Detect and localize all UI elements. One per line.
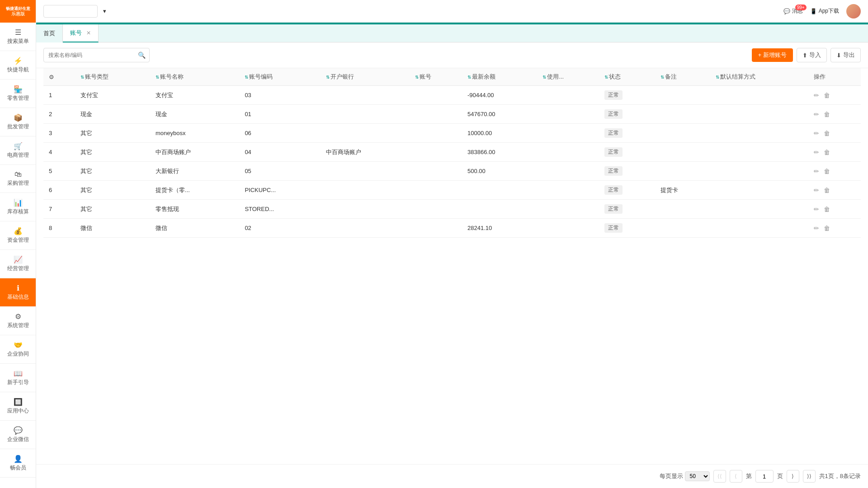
row-account-name: 现金 — [150, 105, 239, 124]
sort-icon-account: ⇅ — [415, 75, 419, 80]
sidebar-item-member[interactable]: 👤畅会员 — [0, 449, 36, 478]
sidebar-label-system-mgmt: 系统管理 — [7, 322, 29, 329]
sidebar-item-inventory-calc[interactable]: 📊库存核算 — [0, 193, 36, 221]
row-account-type: 其它 — [75, 200, 150, 219]
sort-icon-usage: ⇅ — [542, 75, 546, 80]
delete-icon[interactable]: 🗑 — [824, 111, 830, 118]
sidebar-item-quick-nav[interactable]: ⚡快捷导航 — [0, 51, 36, 80]
row-bank — [321, 162, 410, 181]
tab-account[interactable]: 账号✕ — [63, 24, 99, 42]
edit-icon[interactable]: ✏ — [814, 130, 819, 137]
row-usage — [537, 200, 599, 219]
delete-icon[interactable]: 🗑 — [824, 225, 830, 232]
sidebar-item-capital-mgmt[interactable]: 💰资金管理 — [0, 221, 36, 250]
row-account — [410, 181, 462, 200]
status-badge: 正常 — [604, 223, 623, 233]
status-badge: 正常 — [604, 90, 623, 100]
row-default-settlement — [710, 181, 808, 200]
tab-label-account: 账号 — [70, 29, 82, 37]
row-usage — [537, 124, 599, 143]
col-status[interactable]: ⇅状态 — [599, 68, 655, 86]
col-label-balance: 最新余额 — [472, 73, 495, 80]
app-download-button[interactable]: 📱 App下载 — [810, 7, 839, 15]
col-usage[interactable]: ⇅使用... — [537, 68, 599, 86]
row-status: 正常 — [599, 200, 655, 219]
row-no: 1 — [43, 86, 75, 105]
export-button[interactable]: ⬇ 导出 — [830, 48, 861, 62]
row-usage — [537, 219, 599, 238]
user-avatar[interactable] — [846, 4, 861, 19]
sidebar-item-enterprise-agreement[interactable]: 🤝企业协同 — [0, 335, 36, 364]
edit-icon[interactable]: ✏ — [814, 92, 819, 99]
delete-icon[interactable]: 🗑 — [824, 206, 830, 213]
topbar-dropdown[interactable]: ▾ — [103, 8, 106, 14]
tab-home[interactable]: 首页 — [36, 24, 63, 42]
action-icons: ✏ 🗑 — [814, 130, 855, 137]
prev-page-button[interactable]: ⟨ — [730, 470, 742, 483]
edit-icon[interactable]: ✏ — [814, 187, 819, 194]
message-badge: 99+ — [795, 5, 807, 10]
per-page-select[interactable]: 50 100 200 — [685, 471, 710, 481]
col-bank[interactable]: ⇅开户银行 — [321, 68, 410, 86]
action-icons: ✏ 🗑 — [814, 111, 855, 118]
search-input[interactable] — [44, 52, 134, 58]
delete-icon[interactable]: 🗑 — [824, 149, 830, 156]
tab-close-account[interactable]: ✕ — [86, 30, 91, 36]
table-body: 1支付宝支付宝03-90444.00正常 ✏ 🗑 2现金现金01547670.0… — [43, 86, 861, 238]
delete-icon[interactable]: 🗑 — [824, 187, 830, 194]
row-default-settlement — [710, 219, 808, 238]
col-balance[interactable]: ⇅最新余额 — [462, 68, 537, 86]
row-actions: ✏ 🗑 — [808, 162, 861, 181]
sidebar-item-search-menu[interactable]: ☰搜索菜单 — [0, 23, 36, 51]
sidebar-icon-basic-info: ℹ — [17, 284, 19, 292]
table-row: 4其它中百商场账户04中百商场账户383866.00正常 ✏ 🗑 — [43, 143, 861, 162]
import-icon: ⬆ — [802, 52, 807, 59]
col-account_code[interactable]: ⇅账号编码 — [239, 68, 320, 86]
row-account-code: STORED... — [239, 200, 320, 219]
sort-icon-account_name: ⇅ — [156, 75, 159, 80]
search-button[interactable]: 🔍 — [134, 52, 149, 59]
edit-icon[interactable]: ✏ — [814, 168, 819, 175]
edit-icon[interactable]: ✏ — [814, 111, 819, 118]
sidebar-item-operations-mgmt[interactable]: 📈经营管理 — [0, 250, 36, 278]
sidebar-item-purchase-mgmt[interactable]: 🛍采购管理 — [0, 165, 36, 193]
col-account[interactable]: ⇅账号 — [410, 68, 462, 86]
sidebar-item-ecommerce-mgmt[interactable]: 🛒电商管理 — [0, 136, 36, 165]
row-remark — [655, 105, 710, 124]
col-action: 操作 — [808, 68, 861, 86]
message-button[interactable]: 💬 消息 99+ — [783, 7, 803, 15]
col-account_type[interactable]: ⇅账号类型 — [75, 68, 150, 86]
delete-icon[interactable]: 🗑 — [824, 92, 830, 99]
sidebar-item-system-mgmt[interactable]: ⚙系统管理 — [0, 307, 36, 335]
edit-icon[interactable]: ✏ — [814, 149, 819, 156]
edit-icon[interactable]: ✏ — [814, 225, 819, 232]
pagination: 每页显示 50 100 200 ⟨⟨ ⟨ 第 页 ⟩ ⟩⟩ 共1页，8条记录 — [36, 464, 868, 488]
page-number-input[interactable] — [755, 470, 774, 483]
add-account-button[interactable]: + 新增账号 — [752, 48, 793, 62]
sidebar-item-wholesale-mgmt[interactable]: 📦批发管理 — [0, 108, 36, 136]
topbar-search-input[interactable] — [43, 5, 98, 18]
col-default_settlement[interactable]: ⇅默认结算方式 — [710, 68, 808, 86]
row-usage — [537, 105, 599, 124]
delete-icon[interactable]: 🗑 — [824, 130, 830, 137]
first-page-button[interactable]: ⟨⟨ — [713, 470, 726, 483]
delete-icon[interactable]: 🗑 — [824, 168, 830, 175]
sidebar-item-basic-info[interactable]: ℹ基础信息 — [0, 278, 36, 307]
sort-icon-account_type: ⇅ — [80, 75, 84, 80]
col-label-account: 账号 — [420, 73, 431, 80]
sidebar-item-beginner-guide[interactable]: 📖新手引导 — [0, 364, 36, 392]
sidebar-item-enterprise-wechat[interactable]: 💬企业微信 — [0, 421, 36, 449]
last-page-button[interactable]: ⟩⟩ — [803, 470, 816, 483]
col-remark[interactable]: ⇅备注 — [655, 68, 710, 86]
col-account_name[interactable]: ⇅账号名称 — [150, 68, 239, 86]
sort-icon-account_code: ⇅ — [245, 75, 248, 80]
import-button[interactable]: ⬆ 导入 — [797, 48, 827, 62]
row-account-name: moneybosx — [150, 124, 239, 143]
sidebar-item-app-center[interactable]: 🔲应用中心 — [0, 392, 36, 421]
next-page-button[interactable]: ⟩ — [787, 470, 799, 483]
col-label-settings[interactable]: ⚙ — [49, 74, 54, 80]
edit-icon[interactable]: ✏ — [814, 206, 819, 213]
row-balance: 547670.00 — [462, 105, 537, 124]
row-bank — [321, 124, 410, 143]
sidebar-item-retail-mgmt[interactable]: 🏪零售管理 — [0, 80, 36, 108]
